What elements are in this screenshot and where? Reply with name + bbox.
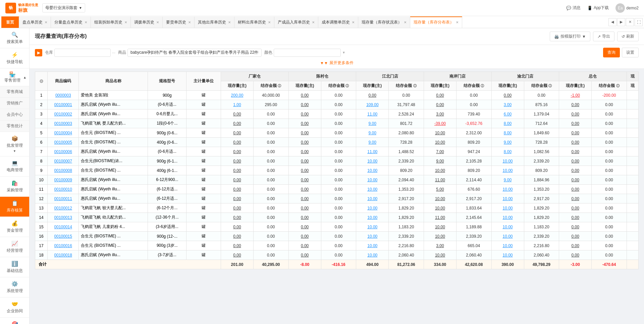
row-total-qty[interactable]: 0.00 — [559, 119, 592, 128]
row-na-qty[interactable]: 11.00 — [424, 213, 456, 222]
row-total-qty[interactable]: 0.00 — [559, 100, 592, 109]
row-fc-qty[interactable]: 0.00 — [221, 175, 253, 185]
row-total-qty[interactable]: 0.00 — [559, 185, 592, 194]
row-yb-qty[interactable]: 10.00 — [491, 185, 524, 194]
tab-prev-btn[interactable]: ◀ — [608, 18, 616, 26]
close-icon[interactable]: ✕ — [228, 20, 231, 24]
row-cc-qty[interactable]: 0.00 — [288, 100, 321, 109]
row-yb-qty[interactable]: 8.00 — [491, 119, 524, 128]
sidebar-item-guide[interactable]: 🎯 新手引导 — [0, 318, 29, 324]
print-btn[interactable]: 🖨️ 按模版打印 ▼ — [550, 32, 590, 41]
row-total-qty[interactable]: 0.00 — [559, 241, 592, 250]
row-cc-qty[interactable]: 0.00 — [288, 156, 321, 166]
row-cc-qty[interactable]: 0.00 — [288, 203, 321, 213]
row-code[interactable]: 00100006 — [48, 147, 79, 156]
row-cc-qty[interactable]: 0.00 — [288, 109, 321, 119]
sidebar-item-purchase[interactable]: 🛍️ 采购管理 — [0, 177, 29, 197]
tab-sub-inventory-history[interactable]: 分量盘点单历史 ✕ — [51, 16, 91, 28]
row-jb-qty[interactable]: 10.00 — [356, 232, 389, 241]
close-icon[interactable]: ✕ — [268, 20, 271, 24]
row-cc-qty[interactable]: 0.00 — [288, 241, 321, 250]
tab-next-btn[interactable]: ▶ — [617, 18, 625, 26]
row-jb-qty[interactable]: 9.00 — [356, 128, 389, 138]
close-icon[interactable]: ✕ — [404, 20, 407, 24]
tab-stock-status[interactable]: 现存量（库存状况表） ✕ — [358, 16, 410, 28]
close-icon[interactable]: ✕ — [156, 20, 159, 24]
row-total-qty[interactable]: 0.00 — [559, 175, 592, 185]
sidebar-item-system[interactable]: ⚙️ 系统管理 — [0, 277, 29, 297]
row-total-qty[interactable]: 0.00 — [559, 156, 592, 166]
row-na-qty[interactable]: 10.00 — [424, 194, 456, 203]
row-jb-qty[interactable]: 10.00 — [356, 213, 389, 222]
row-na-qty[interactable]: 10.00 — [424, 203, 456, 213]
row-yb-qty[interactable]: 0.00 — [491, 91, 524, 100]
row-code[interactable]: 00100001 — [48, 100, 79, 109]
row-fc-qty[interactable]: 0.00 — [221, 241, 253, 250]
filter-arrow-btn[interactable]: ▶ — [35, 49, 42, 56]
row-code[interactable]: 00100018 — [48, 250, 79, 260]
row-na-qty[interactable]: 10.00 — [424, 138, 456, 147]
tab-transfer-history[interactable]: 调拨单历史 ✕ — [131, 16, 163, 28]
row-yb-qty[interactable]: 10.00 — [491, 232, 524, 241]
row-jb-qty[interactable]: 10.00 — [356, 222, 389, 232]
message-btn[interactable]: 💬 消息 — [566, 5, 581, 11]
row-na-qty[interactable]: 11.00 — [424, 175, 456, 185]
row-yb-qty[interactable]: 10.00 — [491, 222, 524, 232]
row-code[interactable]: 00100002 — [48, 109, 79, 119]
row-na-qty[interactable]: 3.00 — [424, 241, 456, 250]
close-icon[interactable]: ✕ — [188, 20, 191, 24]
row-jb-qty[interactable]: 10.00 — [356, 175, 389, 185]
sidebar-item-wholesale[interactable]: 📦 批发管理 ▼ — [0, 132, 29, 156]
row-total-qty[interactable]: 0.00 — [559, 109, 592, 119]
row-cc-qty[interactable]: 0.00 — [288, 194, 321, 203]
sidebar-item-retail-shop[interactable]: 零售商城 — [0, 86, 29, 98]
row-fc-qty[interactable]: 0.00 — [221, 166, 253, 175]
row-fc-qty[interactable]: 0.00 — [221, 213, 253, 222]
sidebar-item-retail-stats[interactable]: 零售统计 — [0, 121, 29, 132]
tab-other-out-history[interactable]: 其他出库单历史 ✕ — [195, 16, 234, 28]
sidebar-item-basic-info[interactable]: ℹ️ 基础信息 — [0, 257, 29, 277]
row-yb-qty[interactable]: 10.00 — [491, 203, 524, 213]
product-input[interactable] — [127, 49, 262, 57]
row-total-qty[interactable]: 0.00 — [559, 128, 592, 138]
row-code[interactable]: 00100016 — [48, 241, 79, 250]
row-fc-qty[interactable]: 0.00 — [221, 203, 253, 213]
query-btn[interactable]: 查询 — [603, 48, 620, 57]
row-code[interactable]: 00100004 — [48, 128, 79, 138]
row-code[interactable]: 0000003 — [48, 91, 79, 100]
close-icon[interactable]: ✕ — [85, 20, 87, 24]
close-icon[interactable]: ✕ — [352, 20, 355, 24]
tab-inventory-history[interactable]: 盘点单历史 ✕ — [19, 16, 51, 28]
row-fc-qty[interactable]: 0.00 — [221, 232, 253, 241]
row-jb-qty[interactable]: 109.00 — [356, 100, 389, 109]
sidebar-item-inventory[interactable]: 📋 库存核算 — [0, 197, 29, 217]
row-total-qty[interactable]: -1.00 — [559, 91, 592, 100]
row-yb-qty[interactable]: 10.00 — [491, 166, 524, 175]
row-na-qty[interactable]: 3.00 — [424, 109, 456, 119]
row-fc-qty[interactable]: 0.00 — [221, 128, 253, 138]
sidebar-item-retail-mgmt[interactable]: 🏪 零售管理 ▲ — [0, 68, 29, 86]
row-jb-qty[interactable]: 10.00 — [356, 241, 389, 250]
row-code[interactable]: 00100012 — [48, 203, 79, 213]
expand-btn[interactable]: ▼▼ 展开更多条件 — [320, 60, 354, 66]
row-total-qty[interactable]: 0.00 — [559, 213, 592, 222]
warehouse-input[interactable] — [54, 49, 111, 57]
row-na-qty[interactable]: 10.00 — [424, 222, 456, 232]
row-yb-qty[interactable]: 3.00 — [491, 100, 524, 109]
row-yb-qty[interactable]: 8.00 — [491, 147, 524, 156]
row-na-qty[interactable]: -39.00 — [424, 119, 456, 128]
close-icon[interactable]: ✕ — [124, 20, 127, 24]
row-cc-qty[interactable]: 0.00 — [288, 91, 321, 100]
close-icon[interactable]: ✕ — [312, 20, 315, 24]
sidebar-item-nav[interactable]: ⚡ 快捷导航 — [0, 48, 29, 68]
sidebar-item-finance[interactable]: 💰 资金管理 — [0, 217, 29, 237]
row-jb-qty[interactable]: 10.00 — [356, 250, 389, 260]
row-yb-qty[interactable]: 10.00 — [491, 250, 524, 260]
row-cc-qty[interactable]: 0.00 — [288, 213, 321, 222]
row-cc-qty[interactable]: 0.00 — [288, 185, 321, 194]
settings-btn[interactable]: 设置 — [622, 48, 639, 57]
row-jb-qty[interactable]: 9.00 — [356, 119, 389, 128]
row-fc-qty[interactable]: 0.00 — [221, 156, 253, 166]
sidebar-item-operations[interactable]: 📈 经营管理 — [0, 237, 29, 257]
row-cc-qty[interactable]: 0.00 — [288, 119, 321, 128]
